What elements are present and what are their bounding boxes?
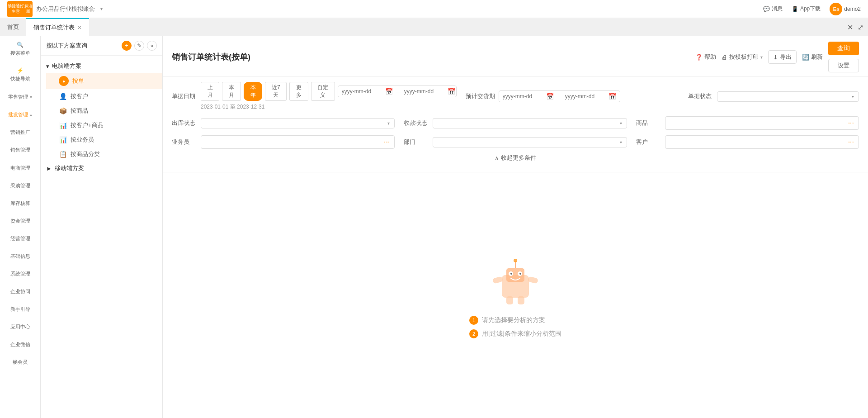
sidebar-item-basic-info[interactable]: 基础信息 <box>0 247 40 265</box>
tab-sales-order-stat[interactable]: 销售订单统计表 ✕ <box>26 18 89 36</box>
query-action-group: 查询 设置 <box>828 42 859 72</box>
shipment-select[interactable]: ▾ <box>201 118 395 128</box>
print-btn[interactable]: 🖨 按模板打印 ▾ <box>722 53 763 61</box>
expected-date-from[interactable] <box>503 93 543 100</box>
date-to-cal-icon[interactable]: 📅 <box>448 88 455 95</box>
filter-row-3: 业务员 ··· 部门 ▾ 客户 <box>172 135 859 149</box>
collapse-bar[interactable]: ∧ 收起更多条件 <box>172 149 859 166</box>
sidebar-item-member[interactable]: 畅会员 <box>0 353 40 371</box>
dept-label: 部门 <box>404 138 429 146</box>
by-product-icon: 📦 <box>59 107 67 115</box>
sidebar: 🔍 搜索菜单 ⚡ 快捷导航 零售管理 ▾ 批发管理 ▴ 营销推广 销售管理 电商… <box>0 36 41 418</box>
salesperson-input[interactable]: ··· <box>201 135 395 149</box>
wholesale-arrow-icon: ▴ <box>30 112 32 117</box>
scheme-edit-btn[interactable]: ✎ <box>134 41 144 51</box>
expected-date-to[interactable] <box>565 93 606 100</box>
close-all-btn[interactable]: ✕ <box>847 23 853 32</box>
scheme-collapse-btn[interactable]: « <box>147 41 157 51</box>
payment-select[interactable]: ▾ <box>433 118 627 128</box>
scheme-group-mobile: ► 移动端方案 <box>41 162 162 175</box>
expected-from-cal-icon[interactable]: 📅 <box>546 93 554 100</box>
date-to-input[interactable] <box>404 88 445 95</box>
sidebar-item-quick-nav[interactable]: ⚡ 快捷导航 <box>0 62 40 88</box>
refresh-btn[interactable]: 🔄 刷新 <box>802 53 823 61</box>
sidebar-item-new-guide[interactable]: 新手引导 <box>0 300 40 318</box>
sidebar-item-inventory[interactable]: 库存核算 <box>0 195 40 212</box>
expand-btn[interactable]: ⤢ <box>858 23 863 32</box>
tab-close-btn[interactable]: ✕ <box>77 24 82 31</box>
date-custom-btn[interactable]: 自定义 <box>311 82 335 101</box>
date-this-month-btn[interactable]: 本月 <box>222 82 241 101</box>
workspace-arrow-icon[interactable]: ▾ <box>100 6 103 11</box>
filter-dept-col: 部门 ▾ <box>404 137 627 147</box>
sidebar-item-system-mgmt[interactable]: 系统管理 <box>0 265 40 283</box>
scheme-item-by-salesperson[interactable]: 📊 按业务员 <box>46 133 162 147</box>
customer-input[interactable]: ··· <box>665 135 859 149</box>
topbar: 畅捷通好生意 标准版 办公用品行业模拟账套 ▾ 💬 消息 📱 App下载 Ea … <box>0 0 868 18</box>
query-btn[interactable]: 查询 <box>828 42 859 55</box>
sidebar-item-marketing[interactable]: 营销推广 <box>0 124 40 141</box>
date-more-btn[interactable]: 更多 <box>289 82 308 101</box>
date-this-year-btn[interactable]: 本年 <box>244 82 262 101</box>
date-from-cal-icon[interactable]: 📅 <box>385 88 393 95</box>
sidebar-item-purchase[interactable]: 采购管理 <box>0 177 40 195</box>
message-btn[interactable]: 💬 消息 <box>763 5 783 13</box>
scheme-item-by-order[interactable]: ● 按单 <box>46 73 162 89</box>
sidebar-item-operations[interactable]: 经营管理 <box>0 230 40 247</box>
date-last7-btn[interactable]: 近7天 <box>265 82 287 101</box>
tabbar: 首页 销售订单统计表 ✕ ✕ ⤢ <box>0 18 868 36</box>
sidebar-item-enterprise-wechat[interactable]: 企业微信 <box>0 336 40 353</box>
by-customer-product-icon: 📊 <box>59 121 67 129</box>
status-select[interactable]: ▾ <box>717 91 859 102</box>
salesperson-dots-icon[interactable]: ··· <box>384 138 390 146</box>
date-range-input[interactable]: 📅 — 📅 <box>338 86 457 97</box>
sidebar-item-sales-mgmt[interactable]: 销售管理 <box>0 141 40 159</box>
shipment-label: 出库状态 <box>172 119 197 127</box>
filter-payment-col: 收款状态 ▾ <box>404 118 627 128</box>
set-btn[interactable]: 设置 <box>828 59 859 72</box>
filter-goods-col: 商品 ··· <box>636 116 859 130</box>
filter-shipment-col: 出库状态 ▾ <box>172 118 395 128</box>
sidebar-item-enterprise-coord[interactable]: 企业协同 <box>0 283 40 300</box>
main-layout: 🔍 搜索菜单 ⚡ 快捷导航 零售管理 ▾ 批发管理 ▴ 营销推广 销售管理 电商… <box>0 36 868 418</box>
goods-dots-icon[interactable]: ··· <box>848 119 854 127</box>
filter-status-col: 单据状态 ▾ <box>688 91 859 102</box>
expected-date-input-wrap[interactable]: 📅 — 📅 <box>499 90 620 102</box>
tab-home[interactable]: 首页 <box>0 18 26 36</box>
scheme-list: ▾ 电脑端方案 ● 按单 👤 按客户 <box>41 56 162 418</box>
date-last-month-btn[interactable]: 上月 <box>201 82 219 101</box>
scheme-add-btn[interactable]: + <box>122 41 132 51</box>
goods-input[interactable]: ··· <box>665 116 859 130</box>
scheme-group-mobile-title[interactable]: ► 移动端方案 <box>41 162 162 175</box>
scheme-item-by-product-category[interactable]: 📋 按商品分类 <box>46 147 162 162</box>
avatar: Ea <box>830 3 842 15</box>
help-btn[interactable]: ❓ 帮助 <box>695 53 716 61</box>
filter-area: 单据日期 上月 本月 本年 近7天 更多 自定义 <box>163 76 868 172</box>
topbar-left: 畅捷通好生意 标准版 办公用品行业模拟账套 ▾ <box>7 1 103 17</box>
goods-label: 商品 <box>636 119 661 127</box>
export-btn[interactable]: ⬇ 导出 <box>768 50 797 64</box>
filter-date-col: 单据日期 上月 本月 本年 近7天 更多 自定义 <box>172 82 457 111</box>
empty-illustration <box>488 252 542 307</box>
expected-to-cal-icon[interactable]: 📅 <box>609 93 616 100</box>
customer-dots-icon[interactable]: ··· <box>848 138 854 146</box>
collapse-icon: ∧ <box>495 155 499 162</box>
sidebar-item-search-menu[interactable]: 🔍 搜索菜单 <box>0 36 40 62</box>
svg-rect-11 <box>518 296 524 304</box>
scheme-item-by-customer-product[interactable]: 📊 按客户+商品 <box>46 118 162 133</box>
scheme-group-desktop-title[interactable]: ▾ 电脑端方案 <box>41 59 162 73</box>
user-profile[interactable]: Ea demo2 <box>830 3 861 15</box>
sidebar-item-wholesale-mgmt[interactable]: 批发管理 ▴ <box>0 106 40 124</box>
dept-select[interactable]: ▾ <box>433 137 627 147</box>
sidebar-item-app-center[interactable]: 应用中心 <box>0 318 40 336</box>
scheme-item-by-customer[interactable]: 👤 按客户 <box>46 89 162 104</box>
scheme-item-by-product[interactable]: 📦 按商品 <box>46 104 162 118</box>
date-from-input[interactable] <box>342 88 382 95</box>
page-actions: ❓ 帮助 🖨 按模板打印 ▾ ⬇ 导出 🔄 刷新 <box>695 42 859 72</box>
sidebar-item-ecommerce[interactable]: 电商管理 <box>0 159 40 177</box>
sidebar-item-retail-mgmt[interactable]: 零售管理 ▾ <box>0 88 40 106</box>
sidebar-item-finance[interactable]: 资金管理 <box>0 212 40 230</box>
app-download-btn[interactable]: 📱 App下载 <box>792 5 821 13</box>
collapse-text: ∧ 收起更多条件 <box>495 154 536 162</box>
retail-arrow-icon: ▾ <box>30 95 32 100</box>
